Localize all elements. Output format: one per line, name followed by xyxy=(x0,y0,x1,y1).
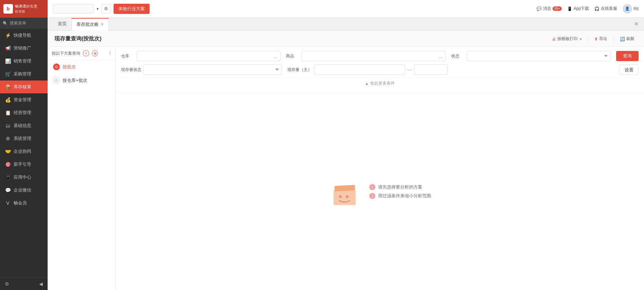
empty-text-item-1: 1 请先选择要分析的方案 xyxy=(369,184,431,190)
sidebar-item-label: 经营管理 xyxy=(14,110,31,116)
user-avatar[interactable]: 👤 xyxy=(623,4,632,14)
tab-inventory-batch[interactable]: 库存批次账 ✕ xyxy=(71,18,109,31)
filter-header-left: 按以下方案查询 + ⊕ xyxy=(52,50,98,56)
sidebar: b 畅康通好生意 标准版 🔍 搜索菜单 ⚡ 快捷导航 📢 营销推广 📊 销售管理… xyxy=(0,0,48,290)
sidebar-item-label: 库存核算 xyxy=(14,84,31,90)
tab-home-label: 首页 xyxy=(58,21,67,27)
sidebar-item-wechat[interactable]: 💬 企业微信 xyxy=(0,184,48,197)
sidebar-item-collab[interactable]: 🤝 企业协同 xyxy=(0,145,48,158)
collapse-sidebar-icon[interactable]: ◀ xyxy=(39,281,43,287)
app-version: 标准版 xyxy=(15,9,37,14)
warehouse-field: 仓库 ... xyxy=(121,51,281,61)
filter-item-by-batch[interactable]: ⊙ 按批次 xyxy=(48,60,115,74)
sidebar-item-marketing[interactable]: 📢 营销推广 xyxy=(0,42,48,55)
warehouse-dots[interactable]: ... xyxy=(274,53,278,59)
settings-button[interactable]: 设置 xyxy=(620,65,639,75)
sidebar-item-label: 新手引导 xyxy=(14,161,31,167)
tab-home[interactable]: 首页 xyxy=(53,18,71,31)
close-tab-icon[interactable]: ✕ xyxy=(101,22,104,26)
sidebar-item-ops[interactable]: 📋 经营管理 xyxy=(0,106,48,119)
step-2-icon: 2 xyxy=(369,193,375,199)
svg-point-2 xyxy=(339,195,342,198)
topbar-gear-button[interactable]: ⚙ xyxy=(101,4,111,14)
stock-qty-min-input[interactable] xyxy=(314,65,406,75)
stock-qty-range: — xyxy=(314,65,448,75)
guide-icon: 🎯 xyxy=(5,161,11,167)
sidebar-item-inventory[interactable]: 📦 库存核算 xyxy=(0,80,48,93)
sidebar-item-label: 销售管理 xyxy=(14,58,31,64)
product-dots[interactable]: ... xyxy=(439,53,443,59)
tab-inventory-batch-label: 库存批次账 xyxy=(77,21,99,28)
topbar-dropdown-button[interactable]: ▾ xyxy=(97,6,99,11)
export-icon: ⬆ xyxy=(594,37,598,41)
customer-service-label: 在线客服 xyxy=(601,6,617,12)
topbar-search-input[interactable] xyxy=(53,4,94,14)
messages-action[interactable]: 💬 消息 99+ xyxy=(537,6,562,12)
status-field: 状态 全部 正常 禁用 xyxy=(451,51,611,61)
sidebar-items-list: ⚡ 快捷导航 📢 营销推广 📊 销售管理 🛒 采购管理 📦 库存核算 💰 资金管… xyxy=(0,29,48,277)
topbar: ▾ ⚙ 体验行业方案 💬 消息 99+ 📱 App下载 🎧 在线客服 xyxy=(48,0,644,18)
topbar-left: ▾ ⚙ 体验行业方案 xyxy=(53,4,533,14)
close-panel-button[interactable]: ✕ xyxy=(634,21,639,27)
sidebar-footer: ⚙ ◀ xyxy=(0,277,48,290)
stock-qty-max-input[interactable] xyxy=(414,65,448,75)
filter-item-by-warehouse-batch[interactable]: ⊙ 按仓库+批次 xyxy=(48,74,115,87)
sidebar-item-system[interactable]: ⚙ 系统管理 xyxy=(0,132,48,145)
customer-service-action[interactable]: 🎧 在线客服 xyxy=(594,6,617,12)
app-download-label: App下载 xyxy=(574,6,589,12)
warehouse-batch-scheme-icon: ⊙ xyxy=(53,77,60,84)
tabbar: 首页 库存批次账 ✕ ✕ xyxy=(48,18,644,31)
export-button[interactable]: ⬆ 导出 xyxy=(592,35,610,43)
chevron-up-icon: ▲ xyxy=(365,81,369,86)
sidebar-item-sales[interactable]: 📊 销售管理 xyxy=(0,55,48,68)
sidebar-item-member[interactable]: V 畅会员 xyxy=(0,197,48,210)
add-scheme-button[interactable]: + xyxy=(83,50,89,56)
settings-icon[interactable]: ⚙ xyxy=(5,281,9,287)
sidebar-header: b 畅康通好生意 标准版 xyxy=(0,0,48,18)
print-button[interactable]: 🖨 按模板打印 ▾ xyxy=(549,35,584,43)
divider xyxy=(588,37,588,41)
sidebar-item-label: 采购管理 xyxy=(14,71,31,77)
member-icon: V xyxy=(5,200,11,206)
topbar-right: 💬 消息 99+ 📱 App下载 🎧 在线客服 👤 Rit xyxy=(537,4,639,14)
main-content: ▾ ⚙ 体验行业方案 💬 消息 99+ 📱 App下载 🎧 在线客服 xyxy=(48,0,644,290)
sidebar-item-apps[interactable]: 📱 应用中心 xyxy=(0,171,48,184)
step-2-text: 用过滤条件来缩小分析范围 xyxy=(378,193,431,199)
refresh-button[interactable]: 🔄 刷新 xyxy=(617,35,637,43)
search-label: 搜索菜单 xyxy=(10,20,26,26)
sidebar-item-guide[interactable]: 🎯 新手引导 xyxy=(0,158,48,171)
print-dropdown-icon[interactable]: ▾ xyxy=(580,37,582,41)
quick-nav-icon: ⚡ xyxy=(5,32,11,38)
scheme-settings-button[interactable]: ⊕ xyxy=(92,50,98,56)
collapse-conditions-button[interactable]: ▲ 收起更多条件 xyxy=(121,78,639,88)
user-action[interactable]: 👤 Rit xyxy=(623,4,639,14)
collapse-filter-icon[interactable]: 《 xyxy=(106,50,111,56)
query-button[interactable]: 查询 xyxy=(616,51,639,61)
warehouse-input[interactable]: ... xyxy=(137,51,281,61)
sidebar-item-quick-nav[interactable]: ⚡ 快捷导航 xyxy=(0,29,48,42)
user-avatar-icon: 👤 xyxy=(625,6,630,11)
warehouse-label: 仓库 xyxy=(121,53,135,59)
sidebar-item-finance[interactable]: 💰 资金管理 xyxy=(0,93,48,106)
wechat-icon: 💬 xyxy=(5,187,11,193)
stock-qty-label: 现存量（主） xyxy=(287,67,312,73)
step-1-icon: 1 xyxy=(369,184,375,190)
stock-status-select[interactable]: 全部 有库存 无库存 xyxy=(143,65,282,75)
filter-row-2: 现存量状态 全部 有库存 无库存 现存量（主） xyxy=(121,65,639,75)
filter-conditions: 仓库 ... 商品 ... xyxy=(116,47,644,93)
sidebar-item-basic[interactable]: 🗂 基础信息 xyxy=(0,119,48,132)
status-label: 状态 xyxy=(451,53,465,59)
app-logo: b xyxy=(3,4,13,14)
sidebar-item-purchase[interactable]: 🛒 采购管理 xyxy=(0,68,48,80)
product-input[interactable]: ... xyxy=(302,51,445,61)
empty-illustration xyxy=(328,175,362,209)
status-select[interactable]: 全部 正常 禁用 xyxy=(467,51,611,61)
sidebar-search[interactable]: 🔍 搜索菜单 xyxy=(0,18,48,29)
apps-icon: 📱 xyxy=(5,174,11,180)
app-download-action[interactable]: 📱 App下载 xyxy=(567,6,589,12)
svg-point-3 xyxy=(346,195,349,198)
sidebar-item-label: 企业微信 xyxy=(14,187,31,193)
messages-label: 消息 xyxy=(543,6,551,12)
experience-button[interactable]: 体验行业方案 xyxy=(114,4,150,14)
filter-item-label: 按批次 xyxy=(63,64,76,70)
